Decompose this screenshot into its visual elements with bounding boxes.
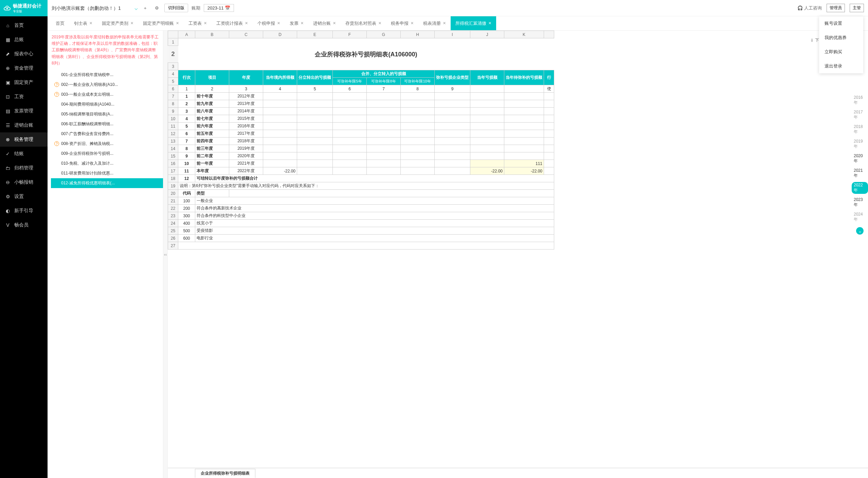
sheet-tab[interactable]: 企业所得税弥补亏损明细表	[195, 469, 255, 478]
tree-item-8[interactable]: 009-企业所得税弥补亏损明...	[51, 149, 163, 159]
nav-icon: ⊕	[5, 65, 11, 71]
nav-icon: ▦	[5, 37, 11, 43]
tree-item-1[interactable]: ?002-一般企业收入明细表(A10...	[51, 80, 163, 90]
year-2023年[interactable]: 2023年	[852, 197, 868, 208]
nav-item-9[interactable]: ✓结账	[0, 147, 48, 161]
role-supervisor-button[interactable]: 主管	[850, 4, 864, 12]
table-row: 1711本年度2022年度-22.00-22.00-22.00	[168, 167, 554, 175]
tree-item-9[interactable]: 010-免税、减计收入及加计...	[51, 159, 163, 168]
nav-item-11[interactable]: ⊖小畅报销	[0, 175, 48, 189]
tab-7[interactable]: 发票✕	[285, 16, 308, 31]
tree-item-2[interactable]: ?003-一般企业成本支出明细...	[51, 90, 163, 99]
table-row: 159前二年度2020年度	[168, 152, 554, 160]
tab-9[interactable]: 存货别名对照表✕	[341, 16, 386, 31]
tab-label: 工资统计报表	[216, 20, 243, 26]
year-more-icon[interactable]: ⌄	[856, 227, 864, 235]
tab-12[interactable]: 所得税汇算清缴✕	[451, 16, 496, 31]
nav-item-13[interactable]: ◐新手引导	[0, 204, 48, 218]
tree-label: 001-企业所得税年度纳税申...	[61, 72, 113, 78]
year-2016年[interactable]: 2016年	[852, 94, 868, 106]
year-2017年[interactable]: 2017年	[852, 109, 868, 121]
year-2018年[interactable]: 2018年	[852, 124, 868, 135]
nav-icon: ✓	[5, 151, 11, 157]
tab-3[interactable]: 固定资产明细账✕	[138, 16, 184, 31]
table-row: 148前三年度2019年度	[168, 145, 554, 152]
help-link[interactable]: 🎧 人工咨询	[797, 5, 822, 11]
dropdown-item-1[interactable]: 我的优惠券	[819, 31, 863, 45]
year-2021年[interactable]: 2021年	[852, 167, 868, 179]
close-icon[interactable]: ✕	[333, 21, 336, 25]
tab-label: 固定资产类别	[102, 20, 128, 26]
year-2024年[interactable]: 2024年	[852, 211, 868, 223]
tree-item-7[interactable]: ?008-资产折旧、摊销及纳税...	[51, 139, 163, 149]
close-icon[interactable]: ✕	[488, 21, 491, 25]
table-row: 137前四年度2018年度	[168, 137, 554, 145]
tree-item-6[interactable]: 007-广告费和业务宣传费跨...	[51, 129, 163, 139]
nav-item-5[interactable]: ⊡工资	[0, 90, 48, 104]
close-icon[interactable]: ✕	[245, 21, 248, 25]
tab-1[interactable]: 钊士表✕	[69, 16, 97, 31]
account-selector[interactable]: 刘小艳演示账套（勿删勿动！）1⌵	[52, 5, 138, 12]
tree-item-11[interactable]: 012-减免所得税优惠明细表(...	[51, 178, 163, 188]
nav-item-10[interactable]: 🗀归档管理	[0, 161, 48, 175]
tabs: 首页钊士表✕固定资产类别✕固定资产明细账✕工资表✕工资统计报表✕个税申报✕发票✕…	[48, 16, 868, 31]
tree-item-4[interactable]: 005-纳税调整项目明细表(A...	[51, 109, 163, 119]
tab-4[interactable]: 工资表✕	[184, 16, 212, 31]
nav-item-3[interactable]: ⊕资金管理	[0, 61, 48, 75]
tab-6[interactable]: 个税申报✕	[253, 16, 285, 31]
report-tree: 001-企业所得税年度纳税申...?002-一般企业收入明细表(A10...?0…	[48, 70, 163, 188]
close-icon[interactable]: ✕	[277, 21, 280, 25]
nav-item-14[interactable]: V畅会员	[0, 218, 48, 232]
close-icon[interactable]: ✕	[411, 21, 414, 25]
tree-label: 008-资产折旧、摊销及纳税...	[61, 141, 113, 147]
nav-item-6[interactable]: ▤发票管理	[0, 104, 48, 118]
close-icon[interactable]: ✕	[301, 21, 304, 25]
tab-5[interactable]: 工资统计报表✕	[212, 16, 253, 31]
nav-label: 工资	[14, 94, 24, 100]
tab-0[interactable]: 首页	[51, 16, 69, 31]
tab-11[interactable]: 税表清册✕	[418, 16, 451, 31]
tab-8[interactable]: 进销台账✕	[308, 16, 341, 31]
nav-item-4[interactable]: ▣固定资产	[0, 75, 48, 90]
dropdown-item-2[interactable]: 立即购买	[819, 45, 863, 59]
close-icon[interactable]: ✕	[443, 21, 446, 25]
close-icon[interactable]: ✕	[130, 21, 133, 25]
tab-label: 税表清册	[423, 20, 441, 26]
nav-item-12[interactable]: ⚙设置	[0, 189, 48, 204]
gear-icon[interactable]: ⚙	[153, 4, 161, 12]
tab-label: 税务申报	[391, 20, 409, 26]
nav-label: 小畅报销	[14, 179, 33, 185]
tab-label: 个税申报	[257, 20, 275, 26]
year-2019年[interactable]: 2019年	[852, 138, 868, 150]
dropdown-item-0[interactable]: 账号设置	[819, 16, 863, 31]
switch-old-button[interactable]: 切到旧版	[164, 4, 188, 12]
tree-item-0[interactable]: 001-企业所得税年度纳税申...	[51, 70, 163, 80]
collapse-handle[interactable]: ‹‹	[163, 31, 168, 478]
close-icon[interactable]: ✕	[204, 21, 207, 25]
year-2020年[interactable]: 2020年	[852, 153, 868, 165]
role-admin-button[interactable]: 管理员	[827, 4, 845, 12]
nav-item-0[interactable]: ⌂首页	[0, 18, 48, 33]
close-icon[interactable]: ✕	[176, 21, 179, 25]
tab-2[interactable]: 固定资产类别✕	[97, 16, 138, 31]
tree-item-10[interactable]: 011-研发费用加计扣除优惠...	[51, 168, 163, 178]
year-rail: 2016年2017年2018年2019年2020年2021年2022年2023年…	[852, 92, 868, 237]
tree-item-5[interactable]: 006-职工薪酬纳税调整明细...	[51, 119, 163, 129]
dropdown-item-3[interactable]: 退出登录	[819, 59, 863, 73]
add-icon[interactable]: ＋	[141, 4, 149, 12]
close-icon[interactable]: ✕	[89, 21, 92, 25]
period-value[interactable]: 2023-11 📅	[204, 4, 234, 12]
nav-item-1[interactable]: ▦总账	[0, 33, 48, 47]
nav-item-8[interactable]: ⊗税务管理	[0, 132, 48, 147]
nav-icon: 🗀	[5, 165, 11, 171]
year-2022年[interactable]: 2022年	[852, 182, 868, 194]
nav-item-7[interactable]: ☰进销台账	[0, 118, 48, 132]
nav-label: 新手引导	[14, 208, 33, 214]
nav-item-2[interactable]: ⬈报表中心	[0, 47, 48, 61]
tree-item-3[interactable]: 004-期间费用明细表(A1040...	[51, 99, 163, 109]
nav-icon: V	[5, 222, 11, 228]
close-icon[interactable]: ✕	[378, 21, 381, 25]
tab-10[interactable]: 税务申报✕	[386, 16, 418, 31]
logo: 畅捷通好会计专业版	[0, 0, 48, 16]
nav-label: 资金管理	[14, 65, 33, 71]
